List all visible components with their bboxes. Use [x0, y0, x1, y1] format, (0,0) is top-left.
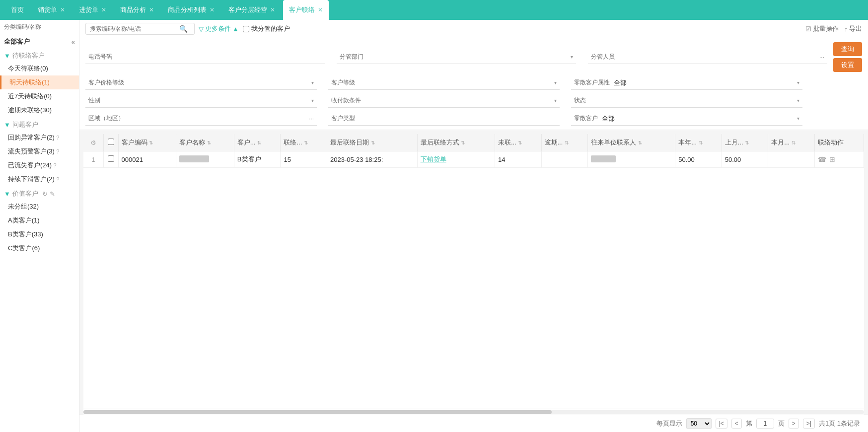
sort-icon[interactable]: ⇅ — [565, 140, 569, 145]
filter-actions: 查询 设置 — [833, 42, 862, 72]
sort-icon[interactable]: ⇅ — [371, 140, 375, 145]
help-icon[interactable]: ? — [53, 162, 56, 168]
batch-op-button[interactable]: ☑ 批量操作 — [805, 24, 839, 33]
sort-icon[interactable]: ⇅ — [149, 140, 153, 145]
filter-retail-attr[interactable]: 零散客户属性 全部 ▾ — [571, 76, 802, 90]
close-icon[interactable]: ✕ — [149, 6, 154, 13]
sort-icon[interactable]: ⇅ — [207, 140, 211, 145]
edit-icon[interactable]: ✎ — [50, 190, 55, 198]
sidebar-item-tomorrow-contact[interactable]: 明天待联络(1) — [0, 75, 79, 89]
search-icon[interactable]: 🔍 — [179, 25, 188, 33]
grid-icon[interactable]: ⊞ — [829, 155, 835, 163]
col-this-year: 本年... ⇅ — [675, 134, 722, 151]
query-button[interactable]: 查询 — [833, 42, 862, 56]
filter-manager[interactable]: 分管人员 ··· — [588, 50, 827, 64]
sidebar-item-ungrouped[interactable]: 未分组(32) — [0, 200, 79, 214]
sidebar-item-class-b[interactable]: B类客户(33) — [0, 227, 79, 241]
row-customer-code: 000021 — [118, 151, 176, 168]
sidebar-item-overdue-contact[interactable]: 逾期未联络(30) — [0, 103, 79, 117]
row-contact-count: 15 — [281, 151, 327, 168]
filter-customer-grade[interactable]: 客户等级 ▾ — [328, 76, 560, 90]
chevron-down-icon: ▾ — [797, 80, 799, 85]
prev-page-button[interactable]: < — [731, 419, 742, 429]
nav-home[interactable]: 首页 — [5, 0, 30, 20]
col-customer-name: 客户名称 ⇅ — [176, 134, 234, 151]
filter-region[interactable]: 区域（地区） ··· — [85, 112, 317, 126]
contact-icon[interactable]: ☎ — [818, 155, 826, 163]
sort-icon[interactable]: ⇅ — [792, 140, 796, 145]
row-this-month — [768, 151, 815, 168]
sidebar-item-week-contact[interactable]: 近7天待联络(0) — [0, 89, 79, 103]
sort-icon[interactable]: ⇅ — [745, 140, 749, 145]
sort-icon[interactable]: ⇅ — [257, 140, 261, 145]
sidebar-item-declining[interactable]: 持续下滑客户(2) ? — [0, 172, 79, 186]
nav-sales-order[interactable]: 销货单 ✕ — [32, 0, 71, 20]
chevron-down-icon: ▾ — [554, 80, 557, 85]
row-customer-grade: B类客户 — [234, 151, 281, 168]
toolbar: 🔍 ▽ 更多条件 ▲ 我分管的客户 ☑ 批量操作 ↑ 导出 — [79, 20, 868, 38]
nav-purchase-order[interactable]: 进货单 ✕ — [73, 0, 112, 20]
page-input[interactable] — [756, 419, 774, 429]
col-overdue: 逾期... ⇅ — [541, 134, 588, 151]
filter-status[interactable]: 状态 ▾ — [571, 94, 802, 108]
chevron-down-icon: ▾ — [311, 98, 314, 103]
row-last-contact-method[interactable]: 下销货单 — [417, 151, 495, 168]
horizontal-scrollbar[interactable] — [83, 409, 864, 415]
sidebar-item-repurchase-abnormal[interactable]: 回购异常客户(2) ? — [0, 131, 79, 144]
filter-row-2: 客户价格等级 ▾ 客户等级 ▾ 零散客户属性 全部 ▾ — [85, 76, 862, 90]
nav-product-analysis-list[interactable]: 商品分析列表 ✕ — [162, 0, 220, 20]
problem-customers-group: ▼ 问题客户 — [0, 117, 79, 131]
filter-payment[interactable]: 收付款条件 ▾ — [328, 94, 560, 108]
chevron-up-icon: ▲ — [232, 25, 239, 33]
chevron-left-icon[interactable]: « — [72, 38, 75, 46]
sidebar-search-input[interactable] — [4, 23, 78, 30]
close-icon[interactable]: ✕ — [210, 6, 215, 13]
sidebar-item-churn-warning[interactable]: 流失预警客户(3) ? — [0, 144, 79, 158]
filter-price-grade[interactable]: 客户价格等级 ▾ — [85, 76, 317, 90]
my-customers-checkbox[interactable] — [243, 26, 249, 32]
sort-icon[interactable]: ⇅ — [638, 140, 642, 145]
close-icon[interactable]: ✕ — [101, 6, 106, 13]
col-unit-contact: 往来单位联系人 ⇅ — [588, 134, 675, 151]
sidebar-item-churned[interactable]: 已流失客户(24) ? — [0, 158, 79, 172]
sort-icon[interactable]: ⇅ — [518, 140, 522, 145]
sidebar-search-area: 🔍 — [0, 20, 79, 34]
last-page-button[interactable]: >| — [803, 419, 815, 429]
close-icon[interactable]: ✕ — [60, 6, 65, 13]
filter-panel: 电话号码 分管部门 ▾ 分管人员 ··· 查询 设置 — [79, 38, 868, 130]
filter-retail-customer[interactable]: 零散客户 全部 ▾ — [571, 112, 802, 126]
sort-icon[interactable]: ⇅ — [699, 140, 703, 145]
export-button[interactable]: ↑ 导出 — [845, 24, 863, 33]
filter-dept[interactable]: 分管部门 ▾ — [337, 50, 576, 64]
close-icon[interactable]: ✕ — [318, 6, 323, 13]
more-conditions-button[interactable]: ▽ 更多条件 ▲ — [199, 24, 239, 33]
per-page-select[interactable]: 50 100 — [686, 418, 712, 429]
help-icon[interactable]: ? — [56, 176, 59, 182]
my-customers-checkbox-wrap: 我分管的客户 — [243, 24, 290, 33]
sidebar-item-today-contact[interactable]: 今天待联络(0) — [0, 62, 79, 75]
settings-button[interactable]: 设置 — [833, 58, 862, 72]
table-row: 1 000021 B类客户 15 2023-05-23 18:25: 下销货单 … — [83, 151, 864, 168]
filter-customer-type[interactable]: 客户类型 — [328, 112, 560, 126]
help-icon[interactable]: ? — [56, 135, 59, 141]
sort-icon[interactable]: ⇅ — [304, 140, 308, 145]
filter-gender[interactable]: 性别 ▾ — [85, 94, 317, 108]
sidebar-item-class-c[interactable]: C类客户(6) — [0, 241, 79, 255]
settings-col-header[interactable]: ⚙ — [83, 134, 103, 151]
next-page-button[interactable]: > — [789, 419, 799, 429]
first-page-button[interactable]: |< — [716, 419, 727, 429]
row-checkbox[interactable] — [108, 155, 114, 162]
all-customers-section[interactable]: 全部客户 « — [0, 34, 79, 48]
help-icon[interactable]: ? — [56, 148, 59, 154]
search-input[interactable] — [90, 25, 179, 32]
sort-icon[interactable]: ⇅ — [461, 140, 465, 145]
nav-product-analysis[interactable]: 商品分析 ✕ — [114, 0, 160, 20]
nav-customer-contact[interactable]: 客户联络 ✕ — [283, 0, 329, 20]
refresh-icon[interactable]: ↻ — [42, 190, 48, 198]
close-icon[interactable]: ✕ — [270, 6, 275, 13]
row-pending: 14 — [495, 151, 541, 168]
filter-row-1: 电话号码 分管部门 ▾ 分管人员 ··· 查询 设置 — [85, 42, 862, 72]
sidebar-item-class-a[interactable]: A类客户(1) — [0, 214, 79, 227]
select-all-checkbox[interactable] — [108, 139, 114, 145]
nav-customer-tier[interactable]: 客户分层经营 ✕ — [222, 0, 281, 20]
